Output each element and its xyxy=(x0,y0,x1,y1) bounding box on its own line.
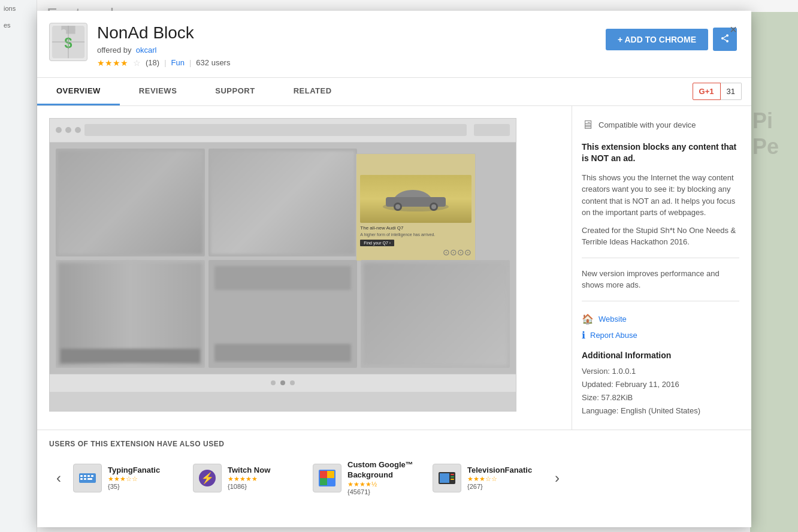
sc-address-bar xyxy=(84,124,467,136)
sc-block-4 xyxy=(56,260,205,368)
svg-rect-17 xyxy=(80,475,83,477)
ext-name-google-bg: Custom Google™ Background xyxy=(347,460,423,480)
header-actions: + ADD TO CHROME xyxy=(606,28,737,51)
svg-point-6 xyxy=(726,40,729,43)
ext-info-twitch: Twitch Now ★★★★★ {1086} xyxy=(228,466,303,491)
stars: ★★★★ xyxy=(97,58,128,68)
screenshot-top-bar xyxy=(50,119,516,143)
prev-button[interactable]: ‹ xyxy=(49,465,68,491)
rating-count: (18) xyxy=(146,58,159,67)
updated-row: Updated: February 11, 2016 xyxy=(582,378,739,391)
ext-card-typing[interactable]: TypingFanatic ★★★☆☆ {35} xyxy=(68,459,188,497)
desc-para-2: Created for the Stupid Sh*t No One Needs… xyxy=(582,225,739,248)
report-row: ℹ Report Abuse xyxy=(582,330,739,341)
desc-para-1: This shows you the Internet the way cont… xyxy=(582,172,739,219)
screenshot-nav xyxy=(50,374,516,392)
sc-block-2 xyxy=(208,149,358,256)
desc-main: This extension blocks any content that i… xyxy=(582,141,739,165)
ext-card-inner-google-bg: Custom Google™ Background ★★★★½ {45671} xyxy=(313,460,423,495)
additional-info: Additional Information Version: 1.0.0.1 … xyxy=(582,350,739,418)
website-link[interactable]: Website xyxy=(598,315,627,324)
extension-icon: $ xyxy=(49,23,87,61)
content-left: The all-new Audi Q7 A higher form of int… xyxy=(37,106,572,430)
audi-title: The all-new Audi Q7 xyxy=(360,225,471,231)
nav-dot-1 xyxy=(271,380,276,385)
gplus-button[interactable]: G+1 xyxy=(693,83,721,100)
ext-card-inner-typing: TypingFanatic ★★★☆☆ {35} xyxy=(73,464,183,492)
author-link[interactable]: okcarl xyxy=(136,46,157,55)
main-content-area: The all-new Audi Q7 A higher form of int… xyxy=(37,106,751,430)
sc-block-6 xyxy=(361,260,510,368)
next-button[interactable]: › xyxy=(548,465,567,491)
website-row: 🏠 Website xyxy=(582,313,739,325)
sc-dot-2 xyxy=(65,127,71,133)
ext-card-twitch[interactable]: ⚡ Twitch Now ★★★★★ {1086} xyxy=(188,459,308,497)
gplus-label: G+1 xyxy=(699,87,714,96)
ext-count-twitch: {1086} xyxy=(228,483,303,490)
ext-name-tv: TelevisionFanatic xyxy=(467,466,543,476)
ext-count-typing: {35} xyxy=(108,483,183,490)
sc-dot-1 xyxy=(56,127,62,133)
also-used-section: USERS OF THIS EXTENSION HAVE ALSO USED ‹ xyxy=(37,430,751,510)
ext-name-typing: TypingFanatic xyxy=(108,466,183,476)
tab-reviews[interactable]: REVIEWS xyxy=(120,78,196,105)
ext-info-tv: TelevisionFanatic ★★★☆☆ {267} xyxy=(467,466,543,491)
content-right: 🖥 Compatible with your device This exten… xyxy=(572,106,751,430)
ext-stars-tv: ★★★☆☆ xyxy=(467,475,543,483)
left-sidebar: ions es xyxy=(0,0,37,532)
audi-cta: Find your Q7 › xyxy=(360,240,394,246)
ext-thumb-google-bg xyxy=(313,464,341,492)
sc-block-5 xyxy=(208,260,358,368)
desc-divider-2 xyxy=(582,301,739,301)
ext-info-typing: TypingFanatic ★★★☆☆ {35} xyxy=(108,466,183,491)
info-title: Additional Information xyxy=(582,350,739,360)
modal-header: $ NonAd Block offered by okcarl ★★★★☆ (1… xyxy=(37,11,751,78)
svg-point-14 xyxy=(431,204,436,209)
desc-divider xyxy=(582,258,739,258)
svg-rect-18 xyxy=(84,475,86,477)
right-panel: PiPe xyxy=(750,12,798,532)
tabs-bar: OVERVIEW REVIEWS SUPPORT RELATED G+1 31 xyxy=(37,78,751,106)
svg-rect-20 xyxy=(91,475,93,477)
nav-dot-2 xyxy=(280,380,285,385)
version-row: Version: 1.0.0.1 xyxy=(582,365,739,378)
sc-dot-3 xyxy=(75,127,81,133)
svg-point-5 xyxy=(721,37,724,40)
ext-card-google-bg[interactable]: Custom Google™ Background ★★★★½ {45671} xyxy=(308,455,428,500)
ext-thumb-tv xyxy=(433,464,461,492)
svg-rect-22 xyxy=(84,478,86,480)
tab-support[interactable]: SUPPORT xyxy=(196,78,274,105)
svg-rect-29 xyxy=(320,471,327,478)
report-link[interactable]: Report Abuse xyxy=(590,331,637,340)
category-link[interactable]: Fun xyxy=(171,58,185,67)
language-row: Language: English (United States) xyxy=(582,404,739,418)
modal-title-area: NonAd Block offered by okcarl ★★★★☆ (18)… xyxy=(97,23,606,68)
svg-rect-32 xyxy=(327,478,334,485)
sidebar-es: es xyxy=(0,17,37,34)
sc-block-1 xyxy=(56,149,205,256)
svg-rect-35 xyxy=(440,473,449,483)
svg-rect-38 xyxy=(451,479,454,480)
report-icon: ℹ xyxy=(582,330,585,341)
size-row: Size: 57.82KiB xyxy=(582,391,739,404)
svg-rect-23 xyxy=(87,478,92,480)
ext-count-tv: {267} xyxy=(467,483,543,490)
svg-rect-31 xyxy=(320,478,327,485)
svg-line-7 xyxy=(724,39,727,41)
tab-overview[interactable]: OVERVIEW xyxy=(37,78,120,105)
svg-point-13 xyxy=(395,204,400,209)
add-to-chrome-button[interactable]: + ADD TO CHROME xyxy=(606,29,708,50)
tab-related[interactable]: RELATED xyxy=(274,78,351,105)
svg-rect-19 xyxy=(87,475,90,477)
description-section: This extension blocks any content that i… xyxy=(582,141,739,301)
close-button[interactable]: × xyxy=(725,20,742,39)
ext-card-tv[interactable]: TelevisionFanatic ★★★☆☆ {267} xyxy=(428,459,548,497)
ext-info-google-bg: Custom Google™ Background ★★★★½ {45671} xyxy=(347,460,423,495)
audi-car-image xyxy=(360,175,471,223)
also-used-title: USERS OF THIS EXTENSION HAVE ALSO USED xyxy=(49,440,739,448)
svg-text:⚡: ⚡ xyxy=(201,471,214,485)
screenshot-area: The all-new Audi Q7 A higher form of int… xyxy=(49,118,516,412)
ext-stars-typing: ★★★☆☆ xyxy=(108,475,183,483)
offered-by-label: offered by xyxy=(97,46,132,55)
rating-row: ★★★★☆ (18) | Fun | 632 users xyxy=(97,58,606,68)
